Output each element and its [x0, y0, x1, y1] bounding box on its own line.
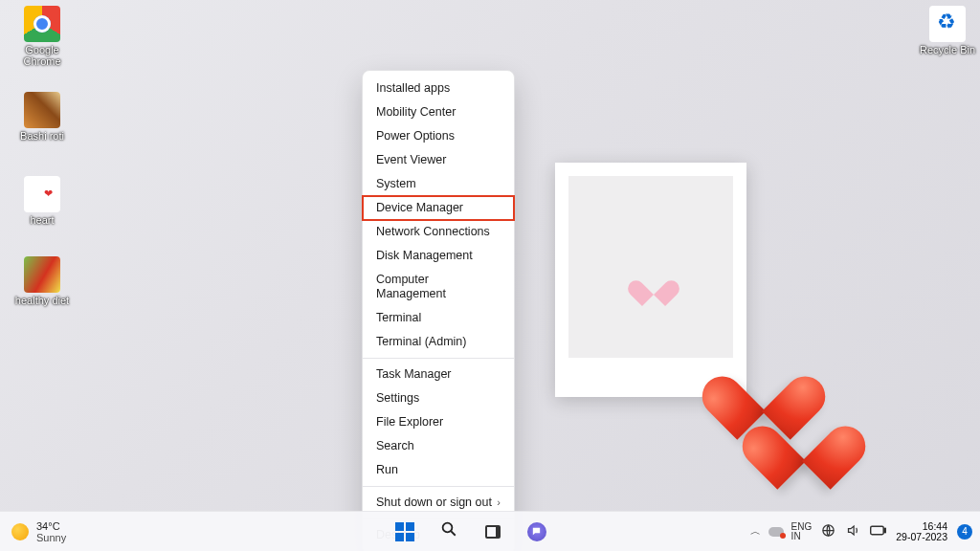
winx-item-search[interactable]: Search [363, 434, 514, 458]
chat-icon [527, 522, 546, 541]
wallpaper-heart-2 [766, 400, 842, 469]
winx-item-network-connections[interactable]: Network Connections [363, 220, 514, 244]
weather-condition: Sunny [36, 532, 66, 543]
winx-item-label: Power Options [376, 129, 455, 143]
winx-item-label: File Explorer [376, 415, 443, 430]
language-switcher[interactable]: ENG IN [791, 522, 813, 541]
menu-separator [363, 486, 514, 487]
start-button[interactable] [386, 515, 424, 549]
desktop-icon-bashi[interactable]: Bashi roti [8, 92, 77, 142]
clock-date: 29-07-2023 [896, 532, 947, 542]
winx-item-terminal-admin[interactable]: Terminal (Admin) [363, 330, 514, 354]
winx-menu: Installed appsMobility CenterPower Optio… [362, 70, 515, 551]
winx-item-label: Run [376, 463, 398, 477]
svg-rect-4 [884, 528, 885, 532]
winx-item-label: Mobility Center [376, 105, 456, 120]
winx-item-system[interactable]: System [363, 172, 514, 196]
chevron-right-icon: › [497, 496, 501, 510]
taskbar-clock[interactable]: 16:44 29-07-2023 [896, 521, 947, 542]
winx-item-label: Network Connections [376, 225, 490, 239]
taskbar: 34°C Sunny ︿ [0, 511, 980, 551]
desktop-icon-recycle-bin[interactable]: Recycle Bin [913, 6, 980, 55]
winx-item-label: Device Manager [376, 201, 463, 215]
battery-tray-icon[interactable] [869, 525, 886, 539]
winx-item-mobility-center[interactable]: Mobility Center [363, 100, 514, 124]
task-view-button[interactable] [474, 515, 512, 549]
volume-tray-icon[interactable] [844, 523, 861, 540]
wallpaper-polaroid-inner [568, 176, 733, 358]
winx-item-label: Installed apps [376, 81, 450, 96]
desktop-icon-label: heart [8, 214, 77, 226]
svg-point-0 [442, 523, 452, 533]
search-button[interactable] [430, 515, 468, 549]
sun-icon [11, 523, 29, 540]
winx-item-installed-apps[interactable]: Installed apps [363, 77, 514, 100]
language-top: ENG [791, 522, 813, 532]
winx-item-event-viewer[interactable]: Event Viewer [363, 148, 514, 172]
menu-separator [363, 358, 514, 359]
recycle-bin-icon [929, 6, 966, 42]
network-tray-icon[interactable] [819, 523, 836, 540]
chrome-icon [24, 6, 60, 42]
desktop-icon-label: Bashi roti [8, 130, 77, 142]
weather-text: 34°C Sunny [36, 520, 66, 543]
winx-item-label: Terminal [376, 311, 421, 325]
winx-item-computer-management[interactable]: Computer Management [363, 268, 514, 306]
desktop-icon-label: Google Chrome [8, 44, 77, 67]
winx-item-label: Settings [376, 391, 419, 406]
winx-item-settings[interactable]: Settings [363, 386, 514, 410]
weather-temp: 34°C [36, 520, 66, 532]
winx-item-label: Disk Management [376, 249, 473, 263]
winx-item-label: Event Viewer [376, 153, 446, 167]
desktop-icon-chrome[interactable]: Google Chrome [8, 6, 77, 67]
winx-item-label: Shut down or sign out [376, 496, 492, 510]
winx-item-file-explorer[interactable]: File Explorer [363, 410, 514, 434]
language-bottom: IN [791, 532, 813, 541]
winx-item-power-options[interactable]: Power Options [363, 124, 514, 148]
winx-item-label: Computer Management [376, 273, 501, 301]
winx-item-disk-management[interactable]: Disk Management [363, 244, 514, 268]
wallpaper-small-heart [637, 270, 670, 298]
winx-item-task-manager[interactable]: Task Manager [363, 363, 514, 386]
winx-item-label: Search [376, 439, 414, 453]
desktop-icon-label: Recycle Bin [913, 44, 980, 55]
clock-time: 16:44 [896, 521, 947, 532]
tray-overflow-button[interactable]: ︿ [750, 524, 761, 539]
notification-count: 4 [962, 526, 968, 537]
task-view-icon [485, 525, 501, 539]
winx-item-run[interactable]: Run [363, 458, 514, 482]
winx-item-device-manager[interactable]: Device Manager [363, 196, 514, 220]
desktop-icon-heart[interactable]: heart [8, 176, 77, 226]
winx-item-terminal[interactable]: Terminal [363, 306, 514, 330]
winx-item-label: Task Manager [376, 367, 452, 382]
winx-item-label: Terminal (Admin) [376, 335, 466, 349]
winx-item-label: System [376, 177, 416, 191]
desktop-icon-diet[interactable]: healthy diet [8, 256, 77, 306]
svg-rect-3 [870, 526, 882, 535]
notification-center-button[interactable]: 4 [957, 524, 972, 540]
image-file-icon [24, 92, 60, 128]
onedrive-tray-icon[interactable] [768, 527, 784, 537]
image-file-icon [24, 176, 60, 212]
chat-button[interactable] [518, 515, 556, 549]
svg-line-1 [451, 531, 456, 536]
search-icon [440, 520, 457, 542]
image-file-icon [24, 256, 60, 293]
windows-logo-icon [395, 522, 414, 541]
taskbar-weather-widget[interactable]: 34°C Sunny [0, 520, 191, 543]
desktop-icon-label: healthy diet [8, 295, 77, 306]
